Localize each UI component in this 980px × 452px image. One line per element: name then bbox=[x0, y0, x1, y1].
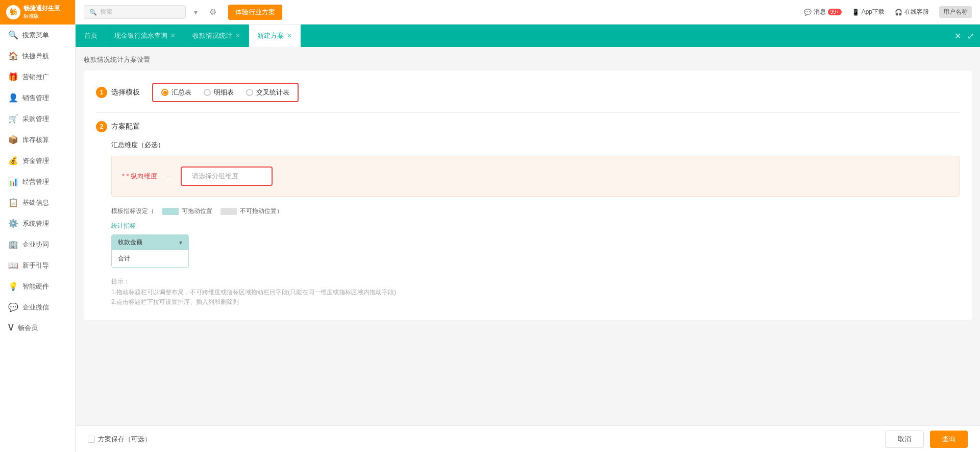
radio-summary[interactable]: 汇总表 bbox=[161, 88, 191, 97]
arrow-icon: — bbox=[165, 172, 173, 180]
sidebar-label-system: 系统管理 bbox=[22, 219, 49, 228]
tab-collection-stats-label: 收款情况统计 bbox=[192, 31, 232, 40]
dimension-select[interactable]: 请选择分组维度 bbox=[181, 166, 273, 186]
indicator-col-label: 收款金额 bbox=[118, 238, 142, 247]
indicator-section: 模板指标设定（ 可拖动位置 不可拖动位置） 统计指标 收款 bbox=[111, 207, 960, 269]
home-icon: 🏠 bbox=[8, 51, 18, 61]
tab-new-plan-close[interactable]: ✕ bbox=[287, 32, 292, 39]
radio-cross-btn[interactable] bbox=[246, 89, 253, 96]
indicator-table: 收款金额 ▾ 合计 bbox=[111, 234, 189, 268]
radio-detail-btn[interactable] bbox=[204, 89, 211, 96]
sidebar-item-wechat[interactable]: 💬 企业微信 bbox=[0, 297, 75, 318]
cancel-button[interactable]: 取消 bbox=[885, 431, 924, 448]
download-btn[interactable]: 📱 App下载 bbox=[852, 8, 885, 16]
tab-home-label: 首页 bbox=[84, 31, 97, 40]
wechat-icon: 💬 bbox=[8, 302, 18, 312]
topbar: 🔍 搜索 ▾ ⚙ 体验行业方案 💬 消息 99+ 📱 App下载 🎧 在线客服 … bbox=[76, 0, 980, 25]
sidebar-item-smart-hw[interactable]: 💡 智能硬件 bbox=[0, 276, 75, 297]
sidebar-label-enterprise: 企业协同 bbox=[22, 240, 49, 249]
money-icon: 💰 bbox=[8, 156, 18, 165]
sidebar-item-inventory[interactable]: 📦 库存核算 bbox=[0, 129, 75, 150]
indicator-settings-title: 模板指标设定（ bbox=[111, 207, 154, 216]
save-checkbox[interactable] bbox=[88, 436, 95, 443]
industry-btn[interactable]: 体验行业方案 bbox=[228, 5, 282, 20]
sidebar-item-system[interactable]: ⚙️ 系统管理 bbox=[0, 213, 75, 234]
tab-bank-flow[interactable]: 现金银行流水查询 ✕ bbox=[106, 25, 184, 47]
radio-cross[interactable]: 交叉统计表 bbox=[246, 88, 289, 97]
radio-detail[interactable]: 明细表 bbox=[204, 88, 234, 97]
tab-bank-flow-close[interactable]: ✕ bbox=[170, 32, 176, 39]
hint1: 1.拖动标题栏可以调整布局，不可跨维度或指标区域拖动栏目字段(只能在同一维度或指… bbox=[111, 288, 960, 297]
step1-badge: 1 bbox=[96, 87, 107, 98]
msg-btn[interactable]: 💬 消息 99+ bbox=[804, 8, 842, 16]
gift-icon: 🎁 bbox=[8, 72, 18, 82]
download-icon: 📱 bbox=[852, 9, 860, 16]
radio-cross-label: 交叉统计表 bbox=[256, 88, 289, 97]
sidebar-item-operation[interactable]: 📊 经营管理 bbox=[0, 171, 75, 192]
logo-icon: 畅 bbox=[6, 5, 20, 19]
user-icon: 👤 bbox=[8, 93, 18, 103]
indicator-dropdown-icon[interactable]: ▾ bbox=[179, 239, 182, 246]
sidebar-label-operation: 经营管理 bbox=[22, 177, 49, 186]
sidebar: 畅 畅捷通好生意 标准版 🔍 搜索菜单 🏠 快捷导航 🎁 营销推广 👤 销售管理… bbox=[0, 0, 76, 452]
indicator-cell-total: 合计 bbox=[112, 250, 188, 267]
fixed-label: 不可拖动位置） bbox=[240, 207, 283, 216]
sidebar-item-enterprise[interactable]: 🏢 企业协同 bbox=[0, 234, 75, 255]
tab-new-plan-label: 新建方案 bbox=[257, 31, 284, 40]
sidebar-item-search[interactable]: 🔍 搜索菜单 bbox=[0, 25, 75, 45]
logo-name: 畅捷通好生意 bbox=[23, 5, 60, 13]
indicator-header[interactable]: 收款金额 ▾ bbox=[112, 235, 188, 250]
service-btn[interactable]: 🎧 在线客服 bbox=[895, 8, 929, 16]
sidebar-label-inventory: 库存核算 bbox=[22, 135, 49, 145]
search-box[interactable]: 🔍 搜索 bbox=[84, 5, 186, 19]
sidebar-label-quick-nav: 快捷导航 bbox=[22, 52, 49, 61]
sidebar-item-sales[interactable]: 👤 销售管理 bbox=[0, 87, 75, 108]
chart-icon: 📊 bbox=[8, 177, 18, 186]
sidebar-item-basic-info[interactable]: 📋 基础信息 bbox=[0, 192, 75, 213]
tab-collection-stats-close[interactable]: ✕ bbox=[235, 32, 240, 39]
user-display[interactable]: 用户名称 bbox=[939, 6, 972, 18]
query-button[interactable]: 查询 bbox=[930, 431, 968, 448]
enterprise-icon: 🏢 bbox=[8, 240, 18, 249]
tab-bank-flow-label: 现金银行流水查询 bbox=[114, 31, 167, 40]
tab-collection-stats[interactable]: 收款情况统计 ✕ bbox=[184, 25, 249, 47]
sidebar-item-purchase[interactable]: 🛒 采购管理 bbox=[0, 108, 75, 129]
indicator-legend: 模板指标设定（ 可拖动位置 不可拖动位置） bbox=[111, 207, 960, 216]
sidebar-item-quick-nav[interactable]: 🏠 快捷导航 bbox=[0, 45, 75, 66]
radio-summary-btn[interactable] bbox=[161, 89, 168, 96]
template-radio-group: 汇总表 明细表 交叉统计表 bbox=[152, 83, 299, 102]
topbar-right: 💬 消息 99+ 📱 App下载 🎧 在线客服 用户名称 bbox=[804, 6, 972, 18]
gear-icon: ⚙️ bbox=[8, 219, 18, 228]
legend-draggable: 可拖动位置 bbox=[162, 207, 212, 216]
sidebar-item-marketing[interactable]: 🎁 营销推广 bbox=[0, 66, 75, 87]
hint2: 2.点击标题栏下拉可设置排序、插入列和删除列 bbox=[111, 298, 960, 306]
sidebar-label-guide: 新手引导 bbox=[22, 261, 49, 270]
step1-row: 1 选择模板 汇总表 明细表 交叉统计表 bbox=[96, 83, 960, 102]
tab-maximize-btn[interactable]: ⤢ bbox=[967, 31, 974, 41]
main-card: 1 选择模板 汇总表 明细表 交叉统计表 bbox=[84, 70, 972, 320]
tab-close-all-btn[interactable]: ✕ bbox=[954, 31, 961, 41]
book-icon: 📖 bbox=[8, 260, 18, 270]
step2-row: 2 方案配置 bbox=[96, 121, 960, 132]
sidebar-item-capital[interactable]: 💰 资金管理 bbox=[0, 150, 75, 171]
sidebar-label-capital: 资金管理 bbox=[22, 156, 49, 165]
step2-label: 方案配置 bbox=[111, 122, 140, 131]
sidebar-label-wechat: 企业微信 bbox=[22, 303, 49, 312]
msg-icon: 💬 bbox=[804, 9, 812, 16]
sidebar-logo: 畅 畅捷通好生意 标准版 bbox=[0, 0, 75, 25]
tab-new-plan[interactable]: 新建方案 ✕ bbox=[249, 25, 301, 47]
save-option[interactable]: 方案保存（可选） bbox=[88, 435, 151, 444]
sidebar-item-guide[interactable]: 📖 新手引导 bbox=[0, 255, 75, 276]
tab-home[interactable]: 首页 bbox=[76, 25, 106, 47]
sidebar-label-basic-info: 基础信息 bbox=[22, 198, 49, 207]
download-label: App下载 bbox=[862, 8, 885, 16]
sidebar-item-member[interactable]: V 畅会员 bbox=[0, 318, 75, 338]
topbar-settings-btn[interactable]: ⚙ bbox=[206, 5, 220, 19]
step1-label: 选择模板 bbox=[111, 88, 140, 97]
tabbar: 首页 现金银行流水查询 ✕ 收款情况统计 ✕ 新建方案 ✕ ✕ ⤢ bbox=[76, 25, 980, 47]
vertical-dimension-text: * 纵向维度 bbox=[127, 172, 158, 180]
topbar-dropdown-icon[interactable]: ▾ bbox=[194, 8, 198, 16]
dimension-row: * * 纵向维度 — 请选择分组维度 bbox=[122, 166, 949, 186]
sidebar-label-purchase: 采购管理 bbox=[22, 114, 49, 124]
divider1 bbox=[96, 112, 960, 113]
